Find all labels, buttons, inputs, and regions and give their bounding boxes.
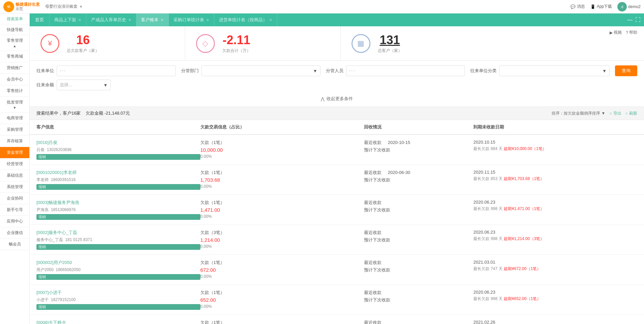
stat-icon-3: ▦ <box>351 33 371 54</box>
brand-sub: 示范 <box>16 7 40 11</box>
overdue-link[interactable]: 超期¥672.00（1笔） <box>504 266 541 271</box>
avatar: d <box>617 2 627 11</box>
refresh-btn[interactable]: ○ 刷新 <box>625 111 637 116</box>
total-customers-label: 总客户（家） <box>378 48 402 54</box>
sidebar-item-corp-collab[interactable]: 企业协同 <box>0 193 29 204</box>
sidebar-item-purchase[interactable]: 采购管理 <box>0 124 29 136</box>
cell-debt-1: 欠款（1笔） 10,000.00 0.00% <box>200 140 364 160</box>
cell-due-6: 2020.06.23 最长欠款 998 天 超期¥652.00（1笔） <box>473 290 637 310</box>
tab-purchase-product-stats[interactable]: 进货单统计表（按商品） ✕ <box>214 13 277 26</box>
customer-name-link[interactable]: [0003]畅捷服务尹海燕 <box>36 200 200 206</box>
table-header: 客户信息 欠款交易信息（占比） 回收情况 到期未收款日期 <box>30 120 644 135</box>
stat-info-1: 16 总欠款客户（家） <box>67 33 99 54</box>
table-row: [0002]服务中心_丁磊 服务中心_丁磊 181 0125 8371 现销 欠… <box>30 225 644 255</box>
close-icon[interactable]: ✕ <box>206 18 209 22</box>
user-area[interactable]: d demo2 <box>617 2 641 11</box>
cell-due-7: 2021.02.26 最长欠款 750 天 超期¥455.90（1笔） <box>473 320 637 324</box>
cell-due-5: 2021.03.01 最长欠款 747 天 超期¥672.00（1笔） <box>473 260 637 280</box>
sidebar-item-wholesale[interactable]: 批发管理▼ <box>0 97 29 113</box>
cell-customer-7: [0006]去下粮仓 陈小希 现销 <box>36 320 200 324</box>
filter-counterparty: 往来单位 ··· <box>36 65 176 76</box>
cell-debt-5: 欠款（1笔） 672.00 0.00% <box>200 260 364 280</box>
customer-name-link[interactable]: [0016]吕俊 <box>36 140 200 146</box>
sidebar-quick-nav[interactable]: 快捷导航 <box>0 25 29 35</box>
close-icon[interactable]: ✕ <box>78 18 81 22</box>
sidebar-item-retail-mgmt[interactable]: 零售管理▲ <box>0 35 29 51</box>
sidebar-search[interactable]: 搜索菜单 <box>0 13 29 25</box>
tab-home[interactable]: 首页 <box>30 13 50 26</box>
results-summary: 搜索结果中，客户16家 欠款金额 -21,148.07元 <box>36 110 130 116</box>
cell-collection-2: 最近收款 2020-06-30 预计下次收款 <box>364 170 473 190</box>
manager-input[interactable]: ··· <box>346 65 465 76</box>
sidebar-item-retail-mall[interactable]: 零售商城 <box>0 51 29 62</box>
dept-select[interactable]: ▼ <box>201 65 320 76</box>
export-btn[interactable]: ○ 导出 <box>610 111 621 116</box>
tab-customer-ledger[interactable]: 客户账本 ✕ <box>136 13 169 26</box>
message-btn[interactable]: 💬 消息 <box>570 4 585 9</box>
help-btn[interactable]: ? 帮助 <box>626 30 637 35</box>
tab-collapse-icon[interactable]: — <box>627 17 633 23</box>
cell-debt-7: 欠款（1笔） 455.90 0.00% <box>200 320 364 324</box>
category-select[interactable]: ▼ <box>499 65 610 76</box>
counterparty-input[interactable]: ··· <box>57 65 176 76</box>
sidebar-item-inventory[interactable]: 库存核算 <box>0 136 29 147</box>
sidebar-item-retail-stats[interactable]: 零售统计 <box>0 85 29 97</box>
balance-select[interactable]: 选择... ▼ <box>57 80 111 90</box>
overdue-link[interactable]: 超期¥652.00（1笔） <box>504 296 541 301</box>
phone-icon: 📱 <box>590 4 595 9</box>
sidebar-item-marketing[interactable]: 营销推广 <box>0 62 29 74</box>
tab-products[interactable]: 商品上下架 ✕ <box>50 13 86 26</box>
tab-purchase-stats[interactable]: 采购订单统计表 ✕ <box>169 13 214 26</box>
close-icon[interactable]: ✕ <box>269 18 272 22</box>
customer-name-link[interactable]: [000002]用户2050 <box>36 260 200 266</box>
results-bar: 搜索结果中，客户16家 欠款金额 -21,148.07元 排序：按欠款金额倒序排… <box>30 107 644 120</box>
customer-name-link[interactable]: [0002]服务中心_丁磊 <box>36 230 200 236</box>
message-icon: 💬 <box>570 4 576 9</box>
yuan-icon: ¥ <box>40 34 59 53</box>
cell-collection-5: 最近收款 预计下次收款 <box>364 260 473 280</box>
customer-name-link[interactable]: [0007]小进干 <box>36 290 200 296</box>
query-button[interactable]: 查询 <box>615 65 637 76</box>
top-bar: 畅 畅捷通好生意 示范 母婴行业演示账套 ▼ 💬 消息 📱 App下载 d de… <box>0 0 644 13</box>
collapse-row[interactable]: ⋀ 收起更多条件 <box>36 94 637 102</box>
cell-customer-3: [0003]畅捷服务尹海燕 尹海燕 18513066976 现销 <box>36 200 200 220</box>
cell-customer-1: [0016]吕俊 吕俊 13026203696 现销 <box>36 140 200 160</box>
sidebar-item-finance[interactable]: 资金管理 <box>0 147 29 158</box>
customer-name-link[interactable]: [0006]去下粮仓 <box>36 320 200 324</box>
sidebar-item-member[interactable]: 会员中心 <box>0 74 29 85</box>
sidebar-item-basic-info[interactable]: 基础信息 <box>0 170 29 181</box>
customer-name-link[interactable]: [0001020001]李老师 <box>36 170 200 176</box>
video-btn[interactable]: ▶ 视频 <box>610 30 622 35</box>
logo-area: 畅 畅捷通好生意 示范 <box>3 1 40 12</box>
overdue-link[interactable]: 超期¥1,471.00（1笔） <box>504 206 544 211</box>
close-icon[interactable]: ✕ <box>161 18 164 22</box>
sidebar-item-vip[interactable]: 畅会员 <box>0 239 29 250</box>
th-debt: 欠款交易信息（占比） <box>200 124 364 130</box>
app-download-btn[interactable]: 📱 App下载 <box>590 4 612 9</box>
tab-product-history[interactable]: 产成品入库单历史 ✕ <box>86 13 136 26</box>
collapse-icon: ⋀ <box>321 96 325 101</box>
top-bar-left: 畅 畅捷通好生意 示范 母婴行业演示账套 ▼ <box>3 1 83 12</box>
top-bar-right: 💬 消息 📱 App下载 d demo2 <box>570 2 641 11</box>
chevron-down-icon: ▼ <box>103 83 108 88</box>
chevron-up-icon: ▲ <box>13 44 17 48</box>
overdue-link[interactable]: 超期¥1,214.00（3笔） <box>504 236 544 241</box>
filter-category: 往来单位分类 ▼ <box>470 65 610 76</box>
sidebar-item-newbie[interactable]: 新手引导 <box>0 204 29 216</box>
sidebar-item-wechat[interactable]: 企业微信 <box>0 227 29 239</box>
sidebar-item-app-center[interactable]: 应用中心 <box>0 216 29 227</box>
filter-row-2: 往来余额 选择... ▼ <box>36 80 637 90</box>
data-table: 客户信息 欠款交易信息（占比） 回收情况 到期未收款日期 [0016]吕俊 吕俊… <box>30 120 644 324</box>
sidebar-item-operations[interactable]: 经营管理 <box>0 158 29 170</box>
sidebar-item-system[interactable]: 系统管理 <box>0 181 29 193</box>
table-row: [000002]用户2050 用户2050 18665062050 现销 欠款（… <box>30 255 644 285</box>
overdue-link[interactable]: 超期¥10,000.00（1笔） <box>504 146 547 151</box>
close-icon[interactable]: ✕ <box>128 18 131 22</box>
overdue-link[interactable]: 超期¥1,703.68（1笔） <box>504 176 544 181</box>
content-area: 首页 商品上下架 ✕ 产成品入库单历史 ✕ 客户账本 ✕ 采购订单统计表 ✕ 进… <box>30 13 644 324</box>
stat-icon-1: ¥ <box>40 33 60 54</box>
debt-customers-value: 16 <box>76 33 90 47</box>
sort-select[interactable]: 排序：按欠款金额倒序排序 ▼ <box>552 111 606 116</box>
sidebar-item-ecommerce[interactable]: 电商管理 <box>0 113 29 124</box>
tab-expand-icon[interactable]: ⛶ <box>635 17 641 23</box>
